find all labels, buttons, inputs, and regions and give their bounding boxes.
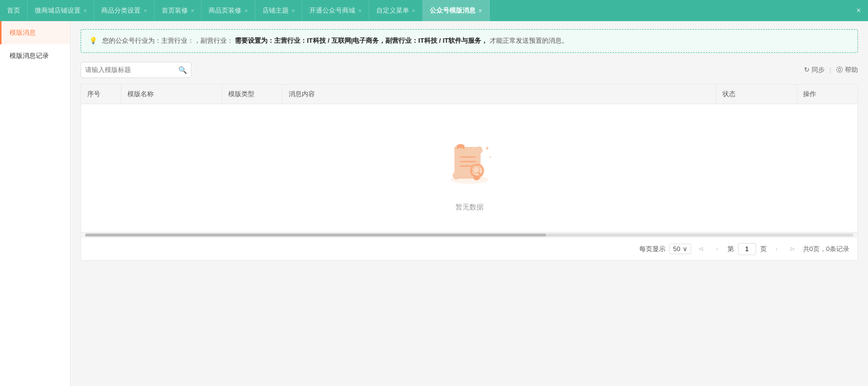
sync-icon: ↻: [804, 66, 810, 73]
scrollbar-track: [85, 234, 853, 237]
close-homepage-decor-icon[interactable]: ×: [191, 8, 194, 14]
scrollbar-thumb: [85, 234, 546, 237]
top-nav: 首页 微商城店铺设置 × 商品分类设置 × 首页装修 × 商品页装修 × 店铺主…: [0, 0, 868, 21]
col-header-action: 操作: [797, 85, 857, 104]
chevron-down-icon: ∨: [683, 245, 688, 253]
nav-tab-product-decor[interactable]: 商品页装修 ×: [202, 0, 255, 21]
empty-state: ✦ ✦ 暂无数据: [81, 104, 857, 232]
page-size-value: 50: [673, 245, 680, 253]
page-label-suffix: 页: [760, 245, 767, 254]
sidebar-item-template-msg-label: 模版消息: [10, 29, 36, 36]
close-category-settings-icon[interactable]: ×: [144, 8, 147, 14]
nav-tab-custom-menu[interactable]: 自定义菜单 ×: [369, 0, 423, 21]
notice-highlight: 需要设置为：主营行业：IT科技 / 互联网|电子商务，副营行业：IT科技 / I…: [235, 37, 488, 44]
notice-prefix: 您的公众号行业为：主营行业：，副营行业：: [102, 37, 233, 44]
empty-state-text: 暂无数据: [455, 203, 484, 212]
sidebar: 模版消息 模版消息记录: [0, 21, 71, 386]
col-header-index: 序号: [81, 85, 121, 104]
search-input-wrapper: 🔍: [81, 62, 191, 78]
search-bar: 🔍 ↻ 同步 | ⓪ 帮助: [81, 62, 858, 78]
nav-tab-open-mall-label: 开通公众号商城: [309, 6, 355, 15]
close-template-msg-icon[interactable]: ×: [479, 8, 482, 14]
nav-tab-store-settings-label: 微商城店铺设置: [35, 6, 81, 15]
notice-suffix: 才能正常发送预置的消息。: [490, 37, 568, 44]
help-label: 帮助: [845, 65, 858, 74]
svg-text:✦: ✦: [485, 145, 490, 152]
nav-tab-store-settings[interactable]: 微商城店铺设置 ×: [28, 0, 94, 21]
page-size-prefix: 每页显示: [639, 245, 665, 254]
col-header-name: 模版名称: [121, 85, 222, 104]
pagination: 每页显示 50 ∨ ⊲ ‹ 第 页 › ⊳ 共0页，0条记录: [81, 238, 857, 260]
sidebar-item-template-msg-record[interactable]: 模版消息记录: [0, 44, 70, 67]
page-label-prefix: 第: [727, 245, 734, 254]
page-total: 共0页，0条记录: [803, 245, 849, 254]
nav-tab-store-theme[interactable]: 店铺主题 ×: [255, 0, 302, 21]
main-content: 💡 您的公众号行业为：主营行业：，副营行业： 需要设置为：主营行业：IT科技 /…: [71, 21, 868, 386]
nav-tab-home[interactable]: 首页: [0, 0, 28, 21]
close-store-theme-icon[interactable]: ×: [292, 8, 295, 14]
search-input[interactable]: [85, 66, 178, 73]
nav-tab-home-label: 首页: [7, 6, 20, 15]
table-header: 序号 模版名称 模版类型 消息内容 状态 操作: [81, 85, 857, 104]
nav-tab-homepage-decor-label: 首页装修: [162, 6, 188, 15]
nav-tab-category-settings[interactable]: 商品分类设置 ×: [94, 0, 154, 21]
divider: |: [830, 66, 831, 73]
nav-tab-open-mall[interactable]: 开通公众号商城 ×: [302, 0, 369, 21]
table-container: 序号 模版名称 模版类型 消息内容 状态 操作: [81, 84, 858, 261]
sync-label: 同步: [812, 65, 825, 74]
empty-state-icon: ✦ ✦: [439, 134, 500, 195]
page-size-select[interactable]: 50 ∨: [670, 244, 691, 254]
help-circle-icon: ⓪: [836, 65, 843, 74]
main-layout: 模版消息 模版消息记录 💡 您的公众号行业为：主营行业：，副营行业： 需要设置为…: [0, 21, 868, 386]
nav-tab-template-msg[interactable]: 公众号模版消息 ×: [423, 0, 489, 21]
first-page-button[interactable]: ⊲: [695, 243, 707, 255]
current-page-input[interactable]: [738, 243, 756, 255]
nav-tab-product-decor-label: 商品页装修: [209, 6, 241, 15]
scrollbar-area[interactable]: [81, 232, 857, 238]
svg-text:✦: ✦: [489, 155, 492, 160]
nav-tab-homepage-decor[interactable]: 首页装修 ×: [155, 0, 202, 21]
bulb-icon: 💡: [89, 37, 97, 44]
sidebar-item-template-msg[interactable]: 模版消息: [0, 21, 70, 44]
sync-button[interactable]: ↻ 同步: [804, 65, 825, 74]
help-button[interactable]: ⓪ 帮助: [836, 65, 858, 74]
nav-tab-custom-menu-label: 自定义菜单: [376, 6, 409, 15]
nav-tab-template-msg-label: 公众号模版消息: [430, 6, 476, 15]
last-page-button[interactable]: ⊳: [787, 243, 799, 255]
notice-banner: 💡 您的公众号行业为：主营行业：，副营行业： 需要设置为：主营行业：IT科技 /…: [81, 29, 858, 53]
next-page-button[interactable]: ›: [771, 243, 783, 255]
close-custom-menu-icon[interactable]: ×: [412, 8, 415, 14]
nav-tab-store-theme-label: 店铺主题: [262, 6, 289, 15]
close-open-mall-icon[interactable]: ×: [358, 8, 361, 14]
sidebar-item-template-msg-record-label: 模版消息记录: [10, 52, 49, 59]
close-store-settings-icon[interactable]: ×: [84, 8, 87, 14]
col-header-status: 状态: [716, 85, 797, 104]
close-product-decor-icon[interactable]: ×: [244, 8, 247, 14]
search-right: ↻ 同步 | ⓪ 帮助: [804, 65, 858, 74]
col-header-type: 模版类型: [222, 85, 283, 104]
close-all-button[interactable]: ×: [849, 6, 868, 15]
search-icon[interactable]: 🔍: [178, 66, 187, 74]
col-header-content: 消息内容: [283, 85, 716, 104]
prev-page-button[interactable]: ‹: [711, 243, 723, 255]
nav-tab-category-settings-label: 商品分类设置: [101, 6, 141, 15]
